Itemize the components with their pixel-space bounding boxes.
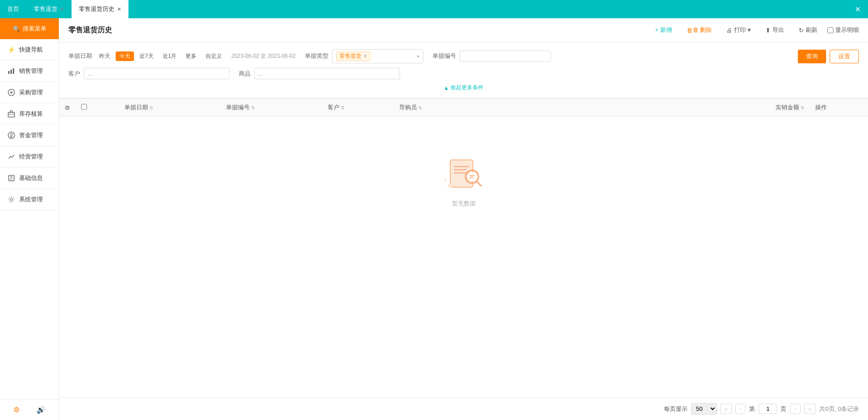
main-layout: 🔍 搜索菜单 ⚡ 快捷导航 销售管理 采购管理 库存核算 [0, 18, 868, 420]
sidebar-item-sys-mgmt[interactable]: 系统管理 [0, 189, 59, 210]
search-icon: 🔍 [13, 26, 20, 32]
date-buttons: 昨天 今天 近7天 近1月 更多 自定义 [96, 51, 226, 61]
show-detail-checkbox[interactable]: 显示明细 [827, 26, 859, 34]
content-area: 零售退货历史 + 新增 🗑 🗑 删除 🖨 打印 ▾ ⬆ 导出 ↻ 刷新 [59, 18, 868, 420]
date-custom[interactable]: 自定义 [202, 51, 226, 61]
th-checkbox [76, 99, 119, 117]
filter-doc-type: 单据类型 零售退货 ✕ ▾ [305, 49, 423, 63]
collapse-bar: ▲ 收起更多条件 [68, 84, 859, 92]
sidebar-item-operations[interactable]: 经营管理 [0, 146, 59, 168]
export-icon: ⬆ [765, 27, 770, 34]
svg-point-17 [447, 184, 451, 188]
refresh-button[interactable]: ↻ 刷新 [794, 24, 822, 36]
svg-rect-4 [8, 113, 15, 117]
print-icon: 🖨 [726, 27, 732, 34]
date-yesterday[interactable]: 昨天 [96, 51, 114, 61]
print-button[interactable]: 🖨 打印 ▾ [722, 24, 755, 36]
sort-customer-icon: ⇅ [341, 105, 344, 110]
window-close-button[interactable]: ✕ [847, 5, 868, 14]
goods-input[interactable]: ... [254, 68, 400, 79]
finance-icon [7, 131, 15, 139]
svg-line-14 [477, 181, 481, 186]
sales-mgmt-icon [7, 67, 15, 75]
delete-button[interactable]: 🗑 🗑 删除 [682, 24, 717, 36]
sidebar-item-basic-info[interactable]: 基础信息 [0, 168, 59, 189]
date-1month[interactable]: 近1月 [159, 51, 180, 61]
pagination: 每页显示 10 20 50 100 « ‹ 第 页 › » 共0页, 0条记录 [59, 397, 868, 420]
th-spacer [480, 99, 708, 117]
tab-close-retail-return[interactable]: ✕ [60, 6, 64, 12]
tab-home[interactable]: 首页 [0, 0, 26, 18]
sidebar-item-inventory[interactable]: 库存核算 [0, 103, 59, 125]
svg-rect-15 [469, 175, 475, 176]
table-header: ⚙ 单据日期 ⇅ 单据编号 [59, 99, 868, 117]
th-gear: ⚙ [59, 99, 76, 117]
sort-no-icon: ⇅ [251, 105, 255, 110]
add-button[interactable]: + 新增 [651, 24, 677, 36]
sidebar-search[interactable]: 🔍 搜索菜单 [0, 18, 59, 39]
collapse-button[interactable]: ▲ 收起更多条件 [444, 84, 484, 92]
filter-area: 单据日期 昨天 今天 近7天 近1月 更多 自定义 2023-06-02 至 2… [59, 42, 868, 98]
sidebar-item-sales-mgmt[interactable]: 销售管理 [0, 61, 59, 82]
table-body: 暂无数据 [59, 117, 868, 245]
filter-doc-no: 单据编号 [432, 51, 551, 62]
filter-date: 单据日期 昨天 今天 近7天 近1月 更多 自定义 2023-06-02 至 2… [68, 51, 296, 61]
select-all-checkbox[interactable] [81, 104, 87, 110]
page-title: 零售退货历史 [68, 26, 112, 35]
sidebar: 🔍 搜索菜单 ⚡ 快捷导航 销售管理 采购管理 库存核算 [0, 18, 59, 420]
sidebar-item-finance[interactable]: 资金管理 [0, 125, 59, 146]
volume-icon[interactable]: 🔊 [36, 405, 46, 414]
operations-icon [7, 153, 15, 161]
table-area: ⚙ 单据日期 ⇅ 单据编号 [59, 98, 868, 397]
svg-point-7 [10, 199, 13, 201]
data-table: ⚙ 单据日期 ⇅ 单据编号 [59, 98, 868, 244]
empty-text: 暂无数据 [452, 200, 476, 208]
empty-state: 暂无数据 [59, 117, 868, 244]
svg-rect-10 [454, 169, 467, 170]
date-7days[interactable]: 近7天 [136, 51, 157, 61]
doc-type-select[interactable]: 零售退货 ✕ ▾ [332, 49, 423, 63]
prev-page-button[interactable]: ‹ [735, 404, 745, 414]
page-number-input[interactable] [759, 404, 777, 414]
show-detail-input[interactable] [827, 27, 833, 33]
header-actions: + 新增 🗑 🗑 删除 🖨 打印 ▾ ⬆ 导出 ↻ 刷新 [651, 24, 859, 36]
th-action: 操作 [810, 99, 868, 117]
purchase-mgmt-icon [7, 88, 15, 97]
export-button[interactable]: ⬆ 导出 [761, 24, 789, 36]
set-button[interactable]: 设置 [830, 50, 859, 63]
th-guide[interactable]: 导购员 ⇅ [394, 99, 480, 117]
doc-no-input[interactable] [460, 51, 551, 62]
tab-retail-return[interactable]: 零售退货 ✕ [26, 0, 72, 18]
th-customer[interactable]: 客户 ⇅ [322, 99, 393, 117]
next-page-button[interactable]: › [790, 404, 800, 414]
top-bar: 首页 零售退货 ✕ 零售退货历史 ✕ ✕ [0, 0, 868, 18]
gear-icon[interactable]: ⚙ [65, 104, 70, 111]
th-amount[interactable]: 实销金额 ⇅ [708, 99, 810, 117]
tab-retail-return-history[interactable]: 零售退货历史 ✕ [72, 0, 128, 18]
filter-row-2: 客户 ... 商品 ... [68, 68, 859, 79]
doc-type-tag-close[interactable]: ✕ [363, 53, 367, 59]
sidebar-item-quick-nav[interactable]: ⚡ 快捷导航 [0, 39, 59, 61]
sort-date-icon: ⇅ [149, 105, 153, 110]
page-header: 零售退货历史 + 新增 🗑 🗑 删除 🖨 打印 ▾ ⬆ 导出 ↻ 刷新 [59, 18, 868, 42]
date-range-text: 2023-06-02 至 2023-06-02 [231, 52, 295, 60]
svg-rect-1 [10, 70, 12, 74]
customer-input[interactable]: ... [84, 68, 230, 79]
th-date[interactable]: 单据日期 ⇅ [119, 99, 221, 117]
tab-close-retail-return-history[interactable]: ✕ [117, 6, 121, 12]
date-today[interactable]: 今天 [116, 51, 134, 61]
settings-icon[interactable]: ⚙ [13, 405, 20, 414]
last-page-button[interactable]: » [804, 404, 816, 414]
th-no[interactable]: 单据编号 ⇅ [221, 99, 322, 117]
query-button[interactable]: 查询 [798, 50, 826, 63]
doc-type-arrow: ▾ [417, 54, 419, 59]
svg-rect-2 [13, 68, 14, 74]
first-page-button[interactable]: « [720, 404, 732, 414]
page-size-select[interactable]: 10 20 50 100 [691, 403, 717, 415]
date-more[interactable]: 更多 [182, 51, 200, 61]
inventory-icon [7, 110, 15, 118]
basic-info-icon [7, 174, 15, 182]
collapse-icon: ▲ [444, 85, 449, 91]
svg-point-18 [444, 179, 447, 182]
sidebar-item-purchase-mgmt[interactable]: 采购管理 [0, 82, 59, 103]
